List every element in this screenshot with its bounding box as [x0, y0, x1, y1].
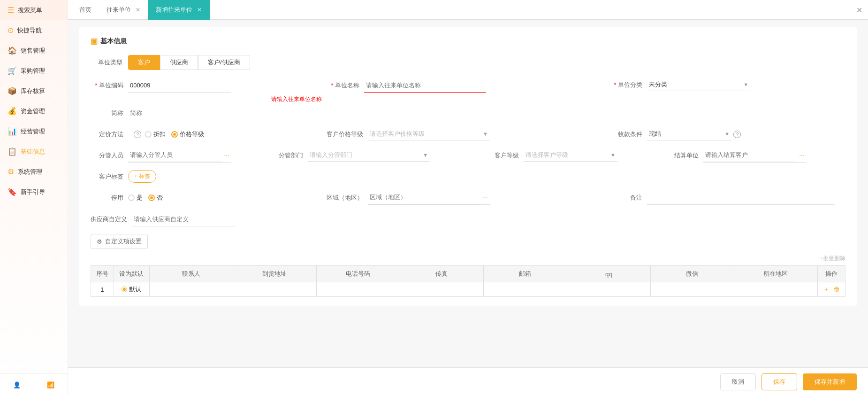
cell-contact	[149, 282, 233, 297]
unit-category-select[interactable]: 未分类 ▼	[647, 78, 750, 91]
chevron-down-icon-3: ▼	[724, 131, 730, 137]
add-tag-button[interactable]: + 标签	[128, 170, 156, 183]
unit-name-field: 单位名称	[327, 78, 609, 93]
contact-input[interactable]	[154, 287, 228, 293]
abbr-label: 简称	[91, 109, 128, 117]
radio-yes-circle	[128, 194, 135, 201]
tab-home[interactable]: 首页	[72, 0, 99, 20]
save-button[interactable]: 保存	[761, 373, 797, 390]
region-table-input[interactable]	[739, 287, 813, 293]
manager-label: 分管人员	[91, 151, 128, 160]
cell-action: ＋ 🗑	[817, 282, 845, 297]
address-input[interactable]	[238, 287, 312, 293]
customer-level-placeholder: 请选择客户等级	[525, 151, 609, 159]
region-input[interactable]	[368, 190, 480, 204]
radio-discount[interactable]: 折扣	[145, 130, 166, 139]
signal-icon[interactable]: 📶	[34, 378, 68, 392]
default-radio[interactable]	[122, 287, 127, 292]
radio-yes[interactable]: 是	[128, 194, 143, 202]
settlement-unit-input[interactable]	[703, 148, 797, 162]
payment-terms-select[interactable]: 现结 ▼	[647, 128, 731, 140]
user-icon[interactable]: 👤	[0, 378, 34, 392]
unit-code-input[interactable]	[128, 78, 231, 93]
chevron-down-icon-4: ▼	[423, 152, 428, 158]
cell-default: 默认	[114, 282, 149, 297]
delete-row-icon[interactable]: 🗑	[833, 286, 840, 293]
customer-tag-field: 客户标签 + 标签	[91, 170, 845, 183]
qq-input[interactable]	[572, 287, 646, 293]
basic-icon: 📋	[8, 147, 17, 156]
search-icon: ☰	[8, 6, 14, 15]
sidebar-item-sales[interactable]: 🏠 销售管理	[0, 40, 68, 61]
region-dots[interactable]: ···	[480, 194, 490, 201]
customer-level-select[interactable]: 请选择客户等级 ▼	[524, 149, 617, 162]
department-select[interactable]: 请输入分管部门 ▼	[308, 149, 430, 162]
unit-name-input[interactable]	[364, 78, 486, 93]
sidebar-item-operations[interactable]: 📊 经营管理	[0, 121, 68, 141]
sidebar-item-guide[interactable]: 🔖 新手引导	[0, 182, 68, 202]
type-btn-customer[interactable]: 客户	[128, 55, 160, 70]
form-row-disabled: 停用 是 否 区域（地区）	[91, 190, 845, 205]
save-new-button[interactable]: 保存并新增	[803, 373, 857, 390]
manager-dots[interactable]: ···	[222, 151, 231, 159]
col-seq: 序号	[91, 266, 114, 282]
department-placeholder: 请输入分管部门	[310, 151, 421, 159]
cancel-button[interactable]: 取消	[720, 373, 756, 390]
sales-icon: 🏠	[8, 46, 17, 55]
sidebar-item-system[interactable]: ⚙ 系统管理	[0, 162, 68, 182]
sidebar-item-quicknav[interactable]: ⊙ 快捷导航	[0, 20, 68, 40]
sidebar-item-finance[interactable]: 💰 资金管理	[0, 101, 68, 121]
settlement-unit-field: 结算单位 ···	[666, 148, 845, 163]
tab-partners-close[interactable]: ✕	[136, 7, 140, 13]
radio-price-level[interactable]: 价格等级	[171, 130, 204, 139]
cell-seq: 1	[91, 282, 114, 297]
col-default: 设为默认	[114, 266, 149, 282]
customer-price-level-select[interactable]: 请选择客户价格等级 ▼	[368, 128, 490, 140]
fax-input[interactable]	[405, 287, 479, 293]
sidebar-item-search[interactable]: ☰ 搜索菜单	[0, 0, 68, 20]
tab-partners[interactable]: 往来单位 ✕	[99, 0, 148, 20]
home-icon: ⊙	[8, 26, 14, 35]
wechat-input[interactable]	[655, 287, 729, 293]
main-area: 首页 往来单位 ✕ 新增往来单位 ✕ ✕ ▣ 基本信息 单位类型 客户 供应商 …	[68, 0, 868, 396]
sidebar-item-inventory[interactable]: 📦 库存核算	[0, 81, 68, 101]
type-btn-both[interactable]: 客户/供应商	[198, 55, 250, 70]
operations-icon: 📊	[8, 127, 17, 136]
disabled-field: 停用 是 否	[91, 194, 327, 202]
customer-price-level-field: 客户价格等级 请选择客户价格等级 ▼	[327, 128, 609, 140]
type-btn-supplier[interactable]: 供应商	[160, 55, 198, 70]
disabled-label: 停用	[91, 194, 128, 202]
abbr-field: 简称	[91, 106, 845, 120]
tab-new-partner-close[interactable]: ✕	[197, 7, 202, 13]
sidebar-item-basic[interactable]: 📋 基础信息	[0, 141, 68, 162]
sidebar-item-purchase[interactable]: 🛒 采购管理	[0, 61, 68, 81]
customer-price-level-label: 客户价格等级	[327, 130, 368, 139]
pricing-help-icon[interactable]: ?	[134, 131, 141, 138]
sidebar: ☰ 搜索菜单 ⊙ 快捷导航 🏠 销售管理 🛒 采购管理 📦 库存核算 💰 资金管…	[0, 0, 68, 396]
abbr-input[interactable]	[128, 106, 231, 120]
add-row-icon[interactable]: ＋	[823, 285, 830, 294]
remark-input[interactable]	[647, 191, 835, 205]
disabled-radio-group: 是 否	[128, 194, 163, 202]
settlement-unit-dots[interactable]: ···	[797, 151, 807, 159]
tab-new-partner[interactable]: 新增往来单位 ✕	[148, 0, 210, 20]
guide-icon: 🔖	[8, 187, 17, 196]
customize-button[interactable]: ⚙ 自定义项设置	[91, 234, 148, 249]
manager-input[interactable]	[128, 148, 222, 162]
phone-input[interactable]	[321, 287, 395, 293]
radio-no[interactable]: 否	[148, 194, 163, 202]
close-all-tabs[interactable]: ✕	[856, 5, 862, 14]
customer-level-field: 客户等级 请选择客户等级 ▼	[486, 149, 666, 162]
form-row-tag: 客户标签 + 标签	[91, 170, 845, 183]
region-input-wrapper: ···	[368, 190, 490, 205]
remark-label: 备注	[609, 194, 647, 202]
radio-price-level-circle	[171, 131, 178, 138]
manager-field: 分管人员 ···	[91, 148, 270, 163]
unit-type-row: 单位类型 客户 供应商 客户/供应商	[91, 55, 845, 70]
content-area: ▣ 基本信息 单位类型 客户 供应商 客户/供应商 单位编码 单位名称	[68, 20, 868, 367]
payment-terms-help-icon[interactable]: ?	[733, 131, 741, 138]
batch-delete-icon: □	[818, 255, 821, 262]
email-input[interactable]	[488, 287, 562, 293]
supplier-custom-input[interactable]	[132, 212, 235, 226]
unit-name-label: 单位名称	[327, 81, 364, 90]
